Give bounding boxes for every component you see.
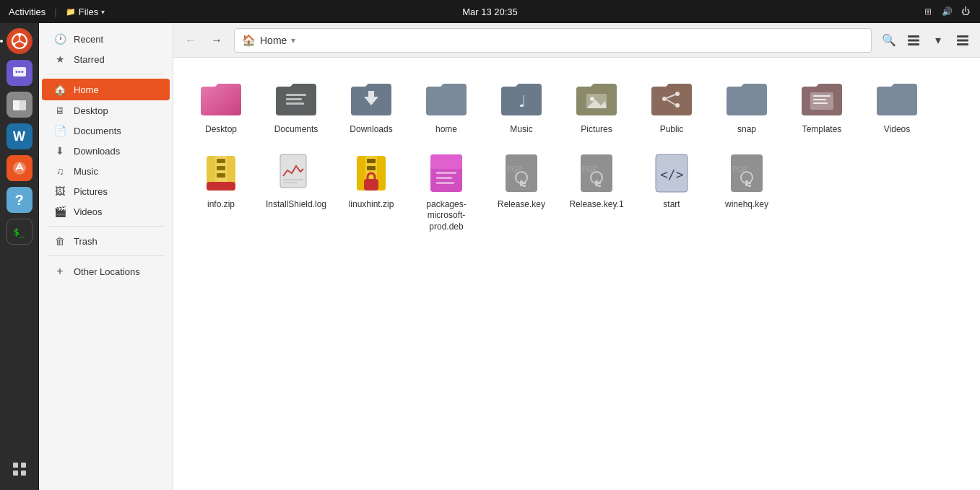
sidebar-label-videos: Videos — [74, 206, 103, 217]
dock-files[interactable] — [4, 89, 35, 120]
file-label-videos: Videos — [884, 124, 910, 136]
sidebar-label-home: Home — [74, 84, 99, 95]
dock-terminal[interactable]: $_ — [4, 216, 35, 247]
dock: W ? $_ — [0, 23, 39, 490]
sidebar-item-home[interactable]: 🏠 Home — [42, 79, 170, 100]
file-grid: Desktop Documents — [173, 58, 980, 490]
svg-rect-41 — [813, 102, 828, 104]
music-icon: ♫ — [53, 165, 66, 177]
file-item-linuxhint[interactable]: linuxhint.zip — [335, 144, 407, 239]
sidebar-sep-2 — [48, 226, 164, 227]
svg-rect-25 — [286, 94, 306, 96]
file-label-start: start — [663, 199, 680, 211]
svg-rect-56 — [367, 159, 376, 163]
svg-line-6 — [20, 41, 24, 43]
other-locations-icon: + — [53, 265, 66, 278]
svg-rect-21 — [908, 43, 919, 45]
svg-rect-16 — [21, 463, 26, 468]
svg-rect-50 — [283, 179, 303, 180]
content-area: ← → 🏠 Home ▾ 🔍 ▾ — [173, 23, 980, 490]
file-item-public[interactable]: Public — [636, 69, 708, 141]
svg-text:♩: ♩ — [519, 92, 526, 110]
file-item-packages-ms[interactable]: packages-microsoft-prod.deb — [410, 144, 482, 239]
sound-icon[interactable]: 🔊 — [941, 6, 953, 17]
file-label-info-zip: info.zip — [207, 199, 235, 211]
file-item-desktop[interactable]: Desktop — [185, 69, 257, 141]
file-item-videos[interactable]: Videos — [861, 69, 933, 141]
file-item-snap[interactable]: snap — [711, 69, 783, 141]
file-item-winehq-key[interactable]: PGP winehq.key — [711, 144, 783, 239]
file-item-music[interactable]: ♩ Music — [485, 69, 558, 141]
svg-rect-68 — [523, 185, 526, 187]
forward-button[interactable]: → — [205, 29, 228, 52]
back-button[interactable]: ← — [179, 29, 202, 52]
view-dropdown-button[interactable]: ▾ — [927, 29, 950, 52]
sidebar-sep-1 — [48, 74, 164, 74]
file-label-packages-ms: packages-microsoft-prod.deb — [414, 199, 479, 233]
dock-messaging[interactable] — [4, 58, 35, 88]
svg-rect-20 — [908, 39, 919, 41]
svg-rect-12 — [19, 100, 26, 110]
dock-appstore[interactable] — [4, 153, 35, 183]
svg-rect-57 — [367, 166, 376, 170]
svg-text:</>: </> — [660, 167, 684, 182]
search-button[interactable]: 🔍 — [877, 29, 901, 52]
menu-button[interactable] — [951, 29, 974, 52]
svg-rect-61 — [436, 177, 452, 179]
view-button[interactable] — [902, 29, 925, 52]
sidebar-item-videos[interactable]: 🎬 Videos — [42, 201, 170, 222]
videos-icon: 🎬 — [53, 206, 66, 217]
sidebar-item-documents[interactable]: 📄 Documents — [42, 121, 170, 141]
sidebar-item-trash[interactable]: 🗑 Trash — [42, 231, 170, 251]
sidebar-label-downloads: Downloads — [74, 146, 120, 157]
svg-rect-72 — [595, 180, 598, 186]
dock-help[interactable]: ? — [4, 185, 35, 215]
sidebar-item-starred[interactable]: ★ Starred — [42, 49, 170, 69]
svg-rect-60 — [436, 172, 456, 174]
sidebar-item-other-locations[interactable]: + Other Locations — [42, 261, 170, 282]
recent-icon: 🕐 — [53, 33, 66, 45]
svg-rect-46 — [217, 166, 225, 170]
file-item-installshield[interactable]: InstallShield.log — [260, 144, 332, 239]
sidebar-item-music[interactable]: ♫ Music — [42, 161, 170, 181]
file-item-downloads[interactable]: Downloads — [335, 69, 407, 141]
svg-point-8 — [15, 71, 17, 73]
file-item-release-key-1[interactable]: PGP Release.key.1 — [560, 144, 633, 239]
dock-grid[interactable] — [4, 454, 35, 484]
file-item-pictures[interactable]: Pictures — [560, 69, 633, 141]
svg-rect-11 — [13, 100, 19, 110]
dock-office[interactable]: W — [4, 121, 35, 152]
svg-rect-23 — [957, 39, 968, 41]
sidebar-label-desktop: Desktop — [74, 105, 108, 116]
svg-rect-82 — [748, 182, 751, 184]
sidebar-label-pictures: Pictures — [74, 186, 108, 197]
svg-point-35 — [675, 103, 680, 108]
file-item-start[interactable]: </> start — [636, 144, 708, 239]
sidebar-label-starred: Starred — [74, 54, 105, 65]
sidebar-label-music: Music — [74, 166, 98, 177]
svg-rect-69 — [581, 154, 612, 192]
svg-rect-67 — [523, 182, 526, 184]
svg-point-9 — [18, 71, 20, 73]
home-icon: 🏠 — [53, 83, 66, 96]
sidebar-item-pictures[interactable]: 🖼 Pictures — [42, 181, 170, 201]
activities-label[interactable]: Activities — [9, 6, 45, 17]
file-item-release-key[interactable]: PGP Release.key — [485, 144, 558, 239]
files-menu[interactable]: 📁 Files ▾ — [66, 6, 105, 17]
file-item-documents[interactable]: Documents — [260, 69, 332, 141]
file-item-templates[interactable]: Templates — [786, 69, 858, 141]
breadcrumb[interactable]: 🏠 Home ▾ — [234, 28, 872, 53]
sidebar-item-downloads[interactable]: ⬇ Downloads — [42, 141, 170, 161]
breadcrumb-label: Home — [260, 35, 287, 46]
home-breadcrumb-icon: 🏠 — [242, 34, 256, 47]
breadcrumb-dropdown[interactable]: ▾ — [291, 35, 295, 45]
file-item-info-zip[interactable]: info.zip — [185, 144, 257, 239]
dock-ubuntu[interactable] — [4, 26, 35, 56]
file-label-snap: snap — [737, 124, 756, 136]
sidebar-item-recent[interactable]: 🕐 Recent — [42, 29, 170, 49]
file-label-music: Music — [510, 124, 532, 136]
sidebar-item-desktop[interactable]: 🖥 Desktop — [42, 100, 170, 121]
file-item-home[interactable]: home — [410, 69, 482, 141]
power-icon[interactable]: ⏻ — [960, 6, 971, 17]
sidebar-label-documents: Documents — [74, 126, 121, 136]
